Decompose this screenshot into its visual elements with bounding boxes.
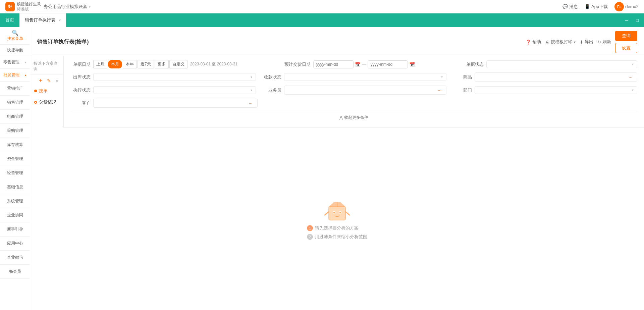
- salesperson-select[interactable]: ···: [284, 86, 447, 95]
- top-bar-right: 💬 消息 📱 App下载 Ea demo2: [562, 2, 639, 11]
- sidebar-item-marketing[interactable]: 营销推广: [0, 82, 30, 96]
- dept-select[interactable]: ▾: [475, 86, 637, 94]
- logo-icon: 好: [5, 2, 15, 11]
- sidebar-item-wechat[interactable]: 企业微信: [0, 251, 30, 265]
- sidebar-item-operations[interactable]: 经营管理: [0, 166, 30, 180]
- left-panel-header: 按以下方案查询: [30, 59, 63, 74]
- exec-select-wrapper: ▾: [93, 86, 256, 94]
- goods-more-icon[interactable]: ···: [627, 74, 634, 80]
- export-btn[interactable]: ⬇ 导出: [580, 39, 593, 45]
- date-btn-group: 上月 本月 本年 近7天 更多 自定义: [93, 60, 187, 68]
- date-btn-this-year[interactable]: 本年: [123, 60, 137, 68]
- sidebar-item-finance[interactable]: 资金管理: [0, 152, 30, 166]
- svg-rect-0: [329, 207, 345, 220]
- maximize-btn[interactable]: □: [633, 16, 641, 24]
- app-download-btn[interactable]: 📱 App下载: [585, 4, 608, 10]
- customer-section: 客户 ···: [70, 99, 258, 108]
- page-actions: ❓ 帮助 🖨 按模板打印 ▾ ⬇ 导出 ↻ 刷新 查询: [526, 31, 637, 53]
- plan-dot2: [34, 101, 37, 104]
- expected-date-section: 预计交货日期 📅 — 📅: [284, 60, 458, 68]
- query-button[interactable]: 查询: [615, 31, 637, 41]
- date-btn-last-month[interactable]: 上月: [93, 60, 107, 68]
- tip-num-2: 2: [307, 234, 313, 240]
- empty-illustration: [322, 195, 352, 225]
- breadcrumb: 办公用品行业模拟账套 ▾: [44, 4, 91, 10]
- top-bar-left: 好 畅捷通好生意 标准版 办公用品行业模拟账套 ▾: [5, 2, 91, 11]
- top-bar: 好 畅捷通好生意 标准版 办公用品行业模拟账套 ▾ 💬 消息 📱 App下载 E…: [0, 0, 644, 13]
- sidebar-quick-nav[interactable]: 快捷导航: [0, 45, 30, 56]
- exec-arrow: ▾: [251, 88, 252, 92]
- tip-item-2: 2 用过滤条件来缩小分析范围: [307, 234, 367, 240]
- minimize-btn[interactable]: ─: [623, 16, 631, 24]
- goods-label: 商品: [452, 74, 472, 80]
- content-area: 销售订单执行表(按单) ❓ 帮助 🖨 按模板打印 ▾ ⬇ 导出 ↻ 刷新: [30, 27, 644, 310]
- date-btn-more[interactable]: 更多: [155, 60, 169, 68]
- date-label: 单据日期: [70, 61, 91, 67]
- receipt-select[interactable]: ▾: [284, 73, 447, 81]
- salesperson-select-wrapper: ···: [284, 86, 447, 95]
- customer-more-icon[interactable]: ···: [248, 101, 254, 106]
- empty-state: 1 请先选择要分析的方案 2 用过滤条件来缩小分析范围: [30, 127, 644, 310]
- sidebar-item-apps[interactable]: 应用中心: [0, 237, 30, 251]
- exec-section: 执行状态 ▾: [70, 86, 256, 94]
- add-plan-icon[interactable]: +: [37, 77, 44, 84]
- goods-select[interactable]: ···: [475, 72, 637, 82]
- sidebar-item-retail[interactable]: 零售管理▾: [0, 56, 30, 69]
- refresh-btn[interactable]: ↻ 刷新: [597, 39, 611, 45]
- breadcrumb-arrow[interactable]: ▾: [89, 4, 91, 9]
- shipment-label: 出库状态: [70, 74, 91, 80]
- order-status-select[interactable]: ▾: [486, 60, 637, 68]
- sidebar-item-ecommerce[interactable]: 电商管理: [0, 110, 30, 124]
- customer-select[interactable]: ···: [93, 99, 258, 108]
- collapse-bar[interactable]: ⋀ 收起更多条件: [70, 112, 637, 123]
- goods-section: 商品 ···: [452, 72, 637, 82]
- sidebar-item-wholesale[interactable]: 批发管理▴: [0, 69, 30, 82]
- edit-plan-icon[interactable]: ✎: [45, 77, 52, 84]
- shipment-section: 出库状态 ▾: [70, 73, 256, 81]
- sidebar-item-sales[interactable]: 销售管理: [0, 96, 30, 110]
- dept-label: 部门: [452, 87, 472, 93]
- sidebar-item-purchase[interactable]: 采购管理: [0, 124, 30, 138]
- customer-select-wrapper: ···: [93, 99, 258, 108]
- sidebar-search[interactable]: 🔍 搜索菜单: [0, 27, 30, 45]
- exec-select[interactable]: ▾: [93, 86, 256, 94]
- filter-row-1: 单据日期 上月 本月 本年 近7天 更多 自定义 2023-03-01 至 20…: [70, 60, 637, 68]
- shipment-select[interactable]: ▾: [93, 73, 256, 81]
- user-avatar-area[interactable]: Ea demo2: [614, 2, 639, 11]
- tab-home[interactable]: 首页: [0, 13, 19, 27]
- tab-close-icon[interactable]: ×: [59, 18, 61, 22]
- avatar: Ea: [614, 2, 624, 11]
- sidebar-item-enterprise[interactable]: 企业协同: [0, 208, 30, 222]
- expected-date-picker: 📅 — 📅: [313, 60, 415, 68]
- plan-item-shortage[interactable]: 欠货情况: [30, 97, 63, 108]
- filter-row-4: 客户 ···: [70, 99, 637, 108]
- collapse-panel-icon[interactable]: «: [53, 77, 60, 84]
- date-btn-custom[interactable]: 自定义: [169, 60, 187, 68]
- template-print-btn[interactable]: 🖨 按模板打印 ▾: [545, 39, 576, 45]
- help-btn[interactable]: ❓ 帮助: [526, 39, 541, 45]
- sidebar-item-member[interactable]: 畅会员: [0, 265, 30, 279]
- sidebar-item-system[interactable]: 系统管理: [0, 194, 30, 208]
- plan-item-by-order[interactable]: 按单: [30, 85, 63, 97]
- setting-button[interactable]: 设置: [615, 43, 637, 53]
- filter-row-3: 执行状态 ▾ 业务员 ···: [70, 86, 637, 95]
- tab-sales-order-exec[interactable]: 销售订单执行表 ×: [19, 13, 66, 27]
- empty-tips: 1 请先选择要分析的方案 2 用过滤条件来缩小分析范围: [307, 225, 367, 243]
- filter-left-wrapper: 按以下方案查询 + ✎ « 按单 欠货情况: [30, 56, 644, 127]
- date-btn-7days[interactable]: 近7天: [138, 60, 154, 68]
- refresh-icon: ↻: [597, 40, 601, 45]
- collapse-icon: ⋀: [339, 115, 343, 120]
- filter-row-2: 出库状态 ▾ 收款状态 ▾: [70, 72, 637, 82]
- date-range-text: 2023-03-01 至 2023-03-31: [190, 61, 237, 67]
- date-btn-this-month[interactable]: 本月: [108, 60, 122, 68]
- sidebar-item-basics[interactable]: 基础信息: [0, 180, 30, 194]
- sidebar-item-inventory[interactable]: 库存核算: [0, 138, 30, 152]
- sidebar-item-newbie[interactable]: 新手引导: [0, 222, 30, 237]
- dept-section: 部门 ▾: [452, 86, 637, 94]
- expected-date-end[interactable]: [368, 60, 408, 68]
- expected-date-start[interactable]: [313, 60, 354, 68]
- salesperson-more-icon[interactable]: ···: [437, 88, 443, 93]
- message-btn[interactable]: 💬 消息: [562, 4, 578, 10]
- cal-icon-start: 📅: [355, 62, 361, 67]
- shipment-select-wrapper: ▾: [93, 73, 256, 81]
